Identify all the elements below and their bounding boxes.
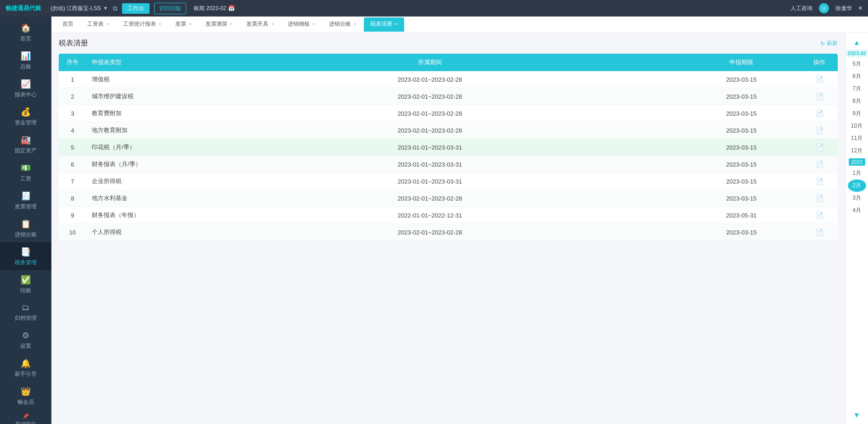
sidebar-label-salary: 工资 [20,175,31,183]
tab-close-purchase-ledger[interactable]: × [354,22,356,27]
period-label: 账期 2023-02 📅 [194,5,235,12]
month-10-before[interactable]: 10月 [848,120,866,132]
action-icon[interactable]: 📄 [816,127,823,134]
user-name[interactable]: 徐逢华 [835,5,852,12]
trade-icon: 📋 [21,219,31,229]
year-up-arrow[interactable]: ▲ [851,37,862,49]
sidebar-item-invoice[interactable]: 🧾 发票管理 [0,186,51,214]
cell-type: 印花税（月/季） [86,139,178,156]
tab-invoice[interactable]: 发票 × [169,17,198,32]
sidebar-item-ledger[interactable]: 📊 总账 [0,46,51,74]
action-icon[interactable]: 📄 [816,178,823,185]
sidebar-item-fund[interactable]: 💰 资金管理 [0,102,51,130]
salary-icon: 💵 [21,163,31,173]
cell-action[interactable]: 📄 [801,105,838,122]
tab-close-salary[interactable]: × [106,22,109,27]
action-icon[interactable]: 📄 [816,76,823,83]
tab-close-invoice[interactable]: × [189,22,192,27]
sidebar-item-asset[interactable]: 🏭 固定资产 [0,130,51,158]
sidebar-label-ledger: 总账 [20,63,31,71]
action-icon[interactable]: 📄 [816,212,823,219]
tab-close-purchase-check[interactable]: × [312,22,315,27]
tab-close-invoice-calc[interactable]: × [230,22,233,27]
month-9-before[interactable]: 9月 [848,107,866,120]
action-icon[interactable]: 📄 [816,110,823,117]
tab-tax-list[interactable]: 税表清册 × [364,17,404,32]
unpin-button[interactable]: 📌 取消固定 [16,410,36,424]
fund-icon: 💰 [21,107,31,117]
month-7-before[interactable]: 7月 [848,83,866,95]
action-icon[interactable]: 📄 [816,93,823,100]
sidebar-label-close: 结账 [20,287,31,295]
cell-action[interactable]: 📄 [801,173,838,190]
year-down-arrow[interactable]: ▼ [851,409,862,421]
action-icon[interactable]: 📄 [816,229,823,236]
cell-seq: 2 [59,88,86,105]
cell-deadline: 2023-03-15 [682,71,801,88]
month-5-before[interactable]: 5月 [848,58,866,70]
cell-deadline: 2023-03-15 [682,122,801,139]
sidebar-label-settings: 设置 [20,342,31,350]
cell-action[interactable]: 📄 [801,88,838,105]
cell-seq: 3 [59,105,86,122]
company-dropdown-icon[interactable]: ▼ [103,5,108,11]
cell-deadline: 2023-03-15 [682,88,801,105]
tab-close-invoice-open[interactable]: × [271,22,274,27]
month-3[interactable]: 3月 [848,192,866,204]
cell-period: 2023-02-01~2023-02-28 [178,224,682,241]
refresh-button[interactable]: ↻ 刷新 [820,39,838,47]
table-row: 9 财务报表（年报） 2022-01-01~2022-12-31 2023-05… [59,207,838,224]
month-6-before[interactable]: 6月 [848,70,866,83]
human-consult[interactable]: 人工咨询 [790,5,812,12]
month-12-before[interactable]: 12月 [848,145,866,157]
sidebar-bottom: 📌 取消固定 [16,410,36,424]
sidebar-item-close[interactable]: ✅ 结账 [0,270,51,298]
tab-invoice-open[interactable]: 发票开具 × [240,17,280,32]
month-8-before[interactable]: 8月 [848,95,866,107]
company-name: (勿动) 江西服宝-LSS [50,5,101,12]
cell-action[interactable]: 📄 [801,224,838,241]
top-bar-right: 人工咨询 U 徐逢华 × [790,3,862,13]
sidebar-item-tax[interactable]: 📑 税务管理 [0,242,51,270]
tab-label-purchase-check: 进销稽核 [288,20,310,28]
sidebar-item-trade[interactable]: 📋 进销台账 [0,214,51,242]
action-icon[interactable]: 📄 [816,195,823,202]
cell-period: 2023-02-01~2023-02-28 [178,122,682,139]
sidebar-item-home[interactable]: 🏠 首页 [0,18,51,46]
sidebar-item-vip[interactable]: 👑 畅会员 [0,382,51,410]
sidebar-item-archive[interactable]: 🗂 归档管理 [0,298,51,326]
copy-icon[interactable]: ⧉ [113,5,117,12]
sidebar-item-report[interactable]: 📈 报表中心 [0,74,51,102]
action-icon[interactable]: 📄 [816,144,823,151]
cell-period: 2023-02-01~2023-02-28 [178,190,682,207]
top-bar: 畅捷通易代账 (勿动) 江西服宝-LSS ▼ ⧉ 工作台 切到旧版 账期 202… [0,0,868,17]
month-4[interactable]: 4月 [848,204,866,217]
tab-close-tax-list[interactable]: × [395,22,398,27]
cell-action[interactable]: 📄 [801,122,838,139]
tab-salary-report[interactable]: 工资统计报表 × [117,17,168,32]
sidebar-item-salary[interactable]: 💵 工资 [0,158,51,186]
workstation-button[interactable]: 工作台 [122,3,150,14]
cell-action[interactable]: 📄 [801,139,838,156]
month-2[interactable]: 2月 [848,179,866,192]
sidebar-item-guide[interactable]: 🔔 新手引导 [0,354,51,382]
company-selector[interactable]: (勿动) 江西服宝-LSS ▼ [50,5,108,12]
action-icon[interactable]: 📄 [816,161,823,168]
month-1[interactable]: 1月 [848,167,866,179]
sidebar-item-settings[interactable]: ⚙ 设置 [0,326,51,354]
cell-action[interactable]: 📄 [801,156,838,173]
sidebar-label-asset: 固定资产 [15,147,37,155]
tab-invoice-calc[interactable]: 发票测算 × [199,17,239,32]
tab-purchase-check[interactable]: 进销稽核 × [281,17,322,32]
tab-purchase-ledger[interactable]: 进销台账 × [323,17,363,32]
switch-old-button[interactable]: 切到旧版 [154,3,186,14]
tab-home[interactable]: 首页 [56,17,80,32]
table-row: 3 教育费附加 2023-02-01~2023-02-28 2023-03-15… [59,105,838,122]
tab-close-salary-report[interactable]: × [159,22,161,27]
window-close-icon[interactable]: × [858,4,862,12]
cell-action[interactable]: 📄 [801,190,838,207]
cell-action[interactable]: 📄 [801,71,838,88]
month-11-before[interactable]: 11月 [848,132,866,145]
cell-action[interactable]: 📄 [801,207,838,224]
tab-salary[interactable]: 工资表 × [81,17,116,32]
